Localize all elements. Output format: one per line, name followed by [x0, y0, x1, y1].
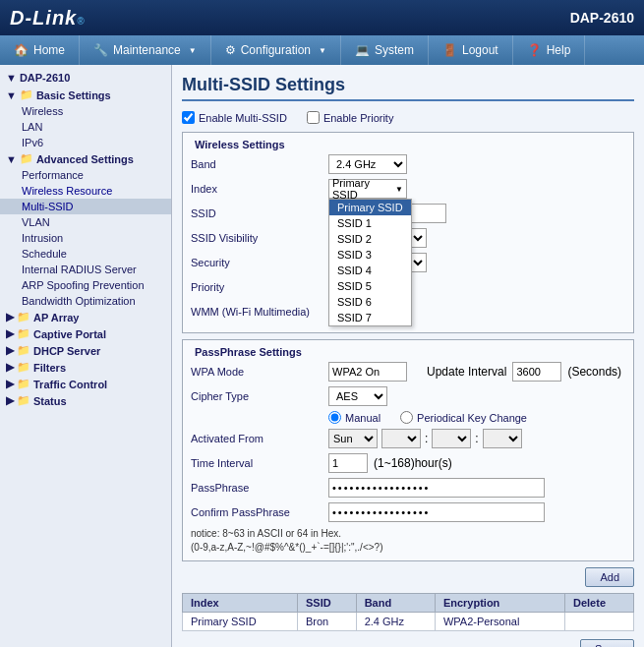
sidebar-section-advanced[interactable]: ▼ 📁 Advanced Settings — [0, 150, 171, 167]
sidebar-item-lan[interactable]: LAN — [0, 119, 171, 135]
table-body: Primary SSID Bron 2.4 GHz WPA2-Personal — [183, 613, 634, 631]
minute-select[interactable] — [432, 429, 471, 448]
band-select[interactable]: 2.4 GHz 5 GHz — [328, 154, 407, 174]
index-dropdown-selected[interactable]: Primary SSID ▼ — [328, 179, 407, 199]
time-interval-label: Time Interval — [191, 457, 328, 469]
time-colon1: : — [425, 432, 428, 445]
sidebar-item-multi-ssid[interactable]: Multi-SSID — [0, 199, 171, 214]
day-select[interactable]: Sun — [328, 429, 378, 448]
index-option-ssid7[interactable]: SSID 7 — [329, 310, 411, 325]
sidebar-item-radius[interactable]: Internal RADIUS Server — [0, 262, 171, 277]
enable-multi-ssid-label[interactable]: Enable Multi-SSID — [182, 111, 287, 124]
index-option-ssid6[interactable]: SSID 6 — [329, 294, 411, 310]
maintenance-arrow: ▼ — [189, 46, 197, 55]
status-expand-icon: ▶ — [6, 394, 14, 407]
passphrase-input[interactable] — [328, 478, 545, 498]
cipher-type-select[interactable]: AES — [328, 386, 387, 406]
wpa-mode-input[interactable] — [328, 362, 407, 382]
sidebar-root[interactable]: ▼ DAP-2610 — [0, 69, 171, 87]
captive-folder-icon: 📁 — [17, 327, 30, 340]
row-index: Primary SSID — [183, 613, 298, 631]
confirm-passphrase-label: Confirm PassPhrase — [191, 506, 328, 518]
sidebar-item-performance[interactable]: Performance — [0, 167, 171, 183]
sidebar-item-bandwidth[interactable]: Bandwidth Optimization — [0, 293, 171, 309]
update-interval-unit: (Seconds) — [567, 365, 621, 379]
confirm-passphrase-input[interactable] — [328, 502, 545, 522]
activated-from-label: Activated From — [191, 433, 328, 444]
sidebar-item-schedule[interactable]: Schedule — [0, 246, 171, 262]
second-select[interactable] — [483, 429, 522, 448]
top-bar: D-Link® DAP-2610 — [0, 0, 644, 35]
nav-bar: 🏠 Home 🔧 Maintenance ▼ ⚙ Configuration ▼… — [0, 35, 644, 65]
nav-configuration-label: Configuration — [241, 43, 311, 57]
ap-folder-icon: 📁 — [17, 311, 30, 324]
nav-help[interactable]: ❓ Help — [513, 35, 586, 65]
manual-radio[interactable] — [328, 411, 341, 424]
configuration-icon: ⚙ — [225, 43, 236, 57]
sidebar-item-wireless-resource[interactable]: Wireless Resource — [0, 183, 171, 199]
sidebar-section-filters[interactable]: ▶ 📁 Filters — [0, 359, 171, 376]
nav-configuration[interactable]: ⚙ Configuration ▼ — [211, 35, 341, 65]
hour-select[interactable] — [381, 429, 421, 448]
table-header-row: Index SSID Band Encryption Delete — [183, 594, 634, 613]
sidebar-section-status[interactable]: ▶ 📁 Status — [0, 392, 171, 409]
nav-home[interactable]: 🏠 Home — [0, 35, 80, 65]
filters-folder-icon: 📁 — [17, 361, 30, 374]
minus-icon: ▼ — [6, 72, 17, 84]
enable-priority-checkbox[interactable] — [307, 111, 320, 124]
time-colon2: : — [475, 432, 478, 445]
content-area: Multi-SSID Settings Enable Multi-SSID En… — [172, 65, 644, 647]
update-interval-input[interactable] — [512, 362, 561, 382]
status-folder-icon: 📁 — [17, 394, 30, 407]
wpa-mode-label: WPA Mode — [191, 366, 328, 378]
main-layout: ▼ DAP-2610 ▼ 📁 Basic Settings Wireless L… — [0, 65, 644, 647]
sidebar-dhcp-label: DHCP Server — [33, 345, 100, 357]
enable-priority-label[interactable]: Enable Priority — [307, 111, 394, 124]
wmm-label: WMM (Wi-Fi Multimedia) — [191, 306, 328, 318]
cipher-type-row: Cipher Type AES — [191, 386, 625, 406]
sidebar-item-wireless[interactable]: Wireless — [0, 103, 171, 119]
row-encryption: WPA2-Personal — [435, 613, 564, 631]
sidebar-section-traffic[interactable]: ▶ 📁 Traffic Control — [0, 376, 171, 392]
manual-text: Manual — [345, 412, 381, 424]
sidebar-section-captive[interactable]: ▶ 📁 Captive Portal — [0, 325, 171, 342]
index-option-ssid1[interactable]: SSID 1 — [329, 215, 411, 231]
save-button[interactable]: Save — [580, 639, 634, 647]
col-delete: Delete — [564, 594, 633, 613]
enable-multi-ssid-checkbox[interactable] — [182, 111, 195, 124]
sidebar-item-vlan[interactable]: VLAN — [0, 214, 171, 230]
sidebar-item-intrusion[interactable]: Intrusion — [0, 230, 171, 246]
col-band: Band — [356, 594, 435, 613]
time-interval-input[interactable] — [328, 453, 368, 473]
sidebar-item-arp[interactable]: ARP Spoofing Prevention — [0, 277, 171, 293]
passphrase-row: PassPhrase — [191, 478, 625, 498]
sidebar-filters-label: Filters — [33, 362, 66, 374]
wpa-mode-row: WPA Mode Update Interval (Seconds) — [191, 362, 625, 382]
logout-icon: 🚪 — [442, 43, 457, 57]
dhcp-folder-icon: 📁 — [17, 344, 30, 357]
nav-maintenance[interactable]: 🔧 Maintenance ▼ — [80, 35, 211, 65]
index-option-ssid5[interactable]: SSID 5 — [329, 278, 411, 294]
index-option-ssid3[interactable]: SSID 3 — [329, 247, 411, 263]
sidebar-section-dhcp[interactable]: ▶ 📁 DHCP Server — [0, 342, 171, 359]
periodical-radio[interactable] — [400, 411, 413, 424]
index-option-ssid2[interactable]: SSID 2 — [329, 231, 411, 247]
periodical-radio-label[interactable]: Periodical Key Change — [400, 411, 527, 424]
add-button[interactable]: Add — [585, 567, 634, 587]
col-encryption: Encryption — [435, 594, 564, 613]
traffic-folder-icon: 📁 — [17, 378, 30, 390]
ssid-visibility-label: SSID Visibility — [191, 232, 328, 244]
sidebar-section-ap-array[interactable]: ▶ 📁 AP Array — [0, 309, 171, 325]
basic-expand-icon: ▼ — [6, 89, 17, 101]
nav-system[interactable]: 💻 System — [341, 35, 429, 65]
manual-radio-label[interactable]: Manual — [328, 411, 381, 424]
sidebar-section-basic[interactable]: ▼ 📁 Basic Settings — [0, 87, 171, 103]
enable-multi-ssid-text: Enable Multi-SSID — [199, 112, 287, 124]
sidebar-item-ipv6[interactable]: IPv6 — [0, 135, 171, 150]
nav-logout[interactable]: 🚪 Logout — [429, 35, 513, 65]
index-option-primary[interactable]: Primary SSID — [329, 200, 411, 215]
col-ssid: SSID — [297, 594, 356, 613]
nav-home-label: Home — [33, 43, 65, 57]
priority-label: Priority — [191, 281, 328, 293]
index-option-ssid4[interactable]: SSID 4 — [329, 263, 411, 278]
